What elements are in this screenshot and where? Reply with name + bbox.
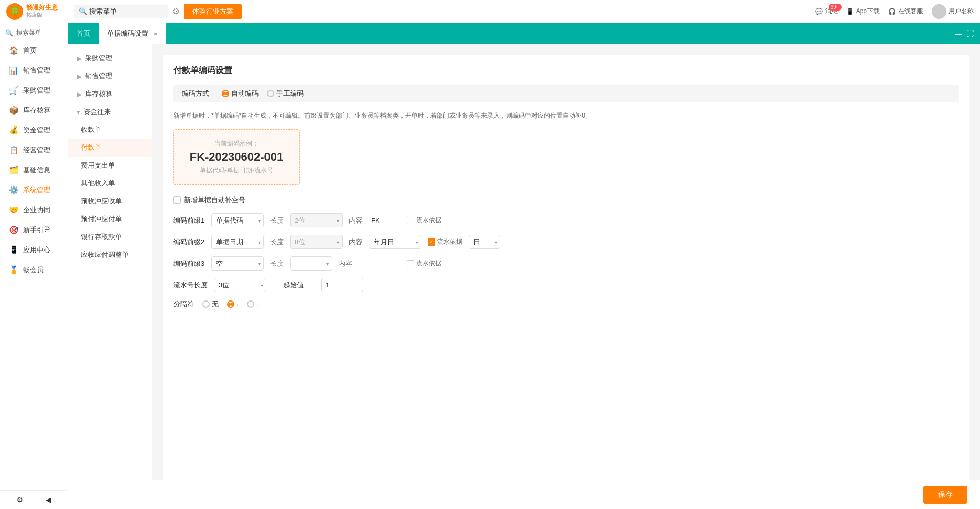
prefix2-select-wrap[interactable]: 单据日期 (211, 235, 264, 249)
sidebar-item-home[interactable]: 🏠 首页 (0, 40, 68, 60)
auto-fill-row: 新增单据自动补空号 (173, 195, 959, 205)
auto-fill-checkbox[interactable] (173, 196, 181, 204)
liushui1-checkbox[interactable] (407, 217, 414, 224)
liushui3-label: 流水依据 (416, 259, 441, 268)
tab-home[interactable]: 首页 (68, 23, 99, 44)
prefix-row-2: 编码前缀2 单据日期 长度 8位 内容 年月日 (173, 235, 959, 249)
sidebar-item-sales[interactable]: 📊 销售管理 (0, 60, 68, 80)
sidebar-item-purchase[interactable]: 🛒 采购管理 (0, 80, 68, 100)
sidebar-search-label: 搜索菜单 (16, 28, 42, 37)
submenu-item-advance-receive[interactable]: 预收冲应收单 (68, 192, 152, 210)
industry-btn[interactable]: 体验行业方案 (184, 4, 242, 19)
separator-dot2-label: · (256, 300, 259, 308)
submenu-item-other-income[interactable]: 其他收入单 (68, 174, 152, 192)
submenu-purchase[interactable]: ▶ 采购管理 (68, 49, 152, 67)
prefix3-select[interactable]: 空 (211, 256, 264, 271)
separator-none-dot (202, 300, 210, 308)
sidebar-item-operations[interactable]: 📋 经营管理 (0, 140, 68, 160)
nav-tabs: 首页 单据编码设置 ✕ — ⛶ (68, 23, 980, 44)
sidebar-item-basic[interactable]: 🗂️ 基础信息 (0, 160, 68, 180)
separator-dot2-dot (247, 300, 254, 308)
content3-input[interactable] (358, 258, 400, 269)
tab-encode-settings[interactable]: 单据编码设置 ✕ (99, 23, 166, 44)
sidebar-label-operations: 经营管理 (23, 146, 50, 155)
search-area[interactable]: 🔍 搜索菜单 (74, 5, 168, 18)
tab-close-icon[interactable]: ✕ (153, 31, 158, 37)
prefix1-select[interactable]: 单据代码 (211, 213, 264, 227)
sidebar-item-finance[interactable]: 💰 资金管理 (0, 120, 68, 140)
app-download-label: App下载 (856, 7, 880, 16)
user-area[interactable]: 用户名称 (932, 4, 974, 19)
tab-encode-label: 单据编码设置 (107, 29, 148, 38)
info-text: 新增单据时，*单据编码*自动生成，不可编辑。前缀设置为部门、业务员等档案类，开单… (173, 111, 959, 121)
sidebar-item-apps[interactable]: 📱 应用中心 (0, 240, 68, 260)
prefix-row-3: 编码前缀3 空 长度 内容 流水依据 (173, 256, 959, 271)
submenu-item-adjust[interactable]: 应收应付调整单 (68, 246, 152, 264)
separator-dot[interactable]: · (227, 300, 239, 308)
liushui3-checkbox[interactable] (407, 260, 414, 267)
bottom-bar: 保存 (68, 480, 980, 509)
sidebar-item-system[interactable]: ⚙️ 系统管理 (0, 180, 68, 200)
submenu-inventory[interactable]: ▶ 库存核算 (68, 85, 152, 103)
serial-length-select-wrap[interactable]: 3位 (214, 278, 266, 292)
period-select-wrap[interactable]: 日 (469, 235, 500, 249)
enterprise-icon: 🤝 (8, 205, 19, 215)
serial-length-select[interactable]: 3位 (214, 278, 266, 292)
sidebar-label-home: 首页 (23, 46, 37, 55)
submenu-item-expense[interactable]: 费用支出单 (68, 157, 152, 174)
separator-dot2[interactable]: · (247, 300, 259, 308)
prefix2-select[interactable]: 单据日期 (211, 235, 264, 249)
content1-input[interactable] (369, 215, 400, 226)
topbar-right: 💬 消息 99+ 📱 App下载 🎧 在线客服 用户名称 (815, 4, 974, 19)
app-download-btn[interactable]: 📱 App下载 (846, 7, 880, 16)
gear-icon[interactable]: ⚙ (172, 6, 180, 16)
liushui3-wrap: 流水依据 (407, 259, 441, 268)
prefix1-label: 编码前缀1 (173, 216, 205, 225)
online-service-btn[interactable]: 🎧 在线客服 (888, 7, 923, 16)
chevron-down-icon: ▾ (77, 108, 80, 116)
length3-select-wrap[interactable] (290, 256, 332, 271)
content2-select-wrap[interactable]: 年月日 (369, 235, 421, 249)
content2-select[interactable]: 年月日 (369, 235, 421, 249)
tab-minimize-icon[interactable]: — (955, 29, 962, 38)
prefix1-select-wrap[interactable]: 单据代码 (211, 213, 264, 227)
submenu-sales[interactable]: ▶ 销售管理 (68, 67, 152, 85)
settings-icon[interactable]: ⚙ (17, 496, 23, 504)
sidebar-item-enterprise[interactable]: 🤝 企业协同 (0, 200, 68, 220)
messages-btn[interactable]: 💬 消息 99+ (815, 7, 838, 16)
submenu-item-payment[interactable]: 付款单 (68, 139, 152, 157)
submenu-item-bank[interactable]: 银行存取款单 (68, 228, 152, 246)
radio-manual[interactable]: 手工编码 (267, 89, 304, 98)
collapse-icon[interactable]: ◀ (46, 496, 51, 504)
sidebar-search[interactable]: 🔍 搜索菜单 (0, 23, 68, 40)
radio-auto[interactable]: 自动编码 (222, 89, 259, 98)
serial-start-input[interactable] (321, 278, 363, 292)
period-select[interactable]: 日 (469, 235, 500, 249)
length2-select: 8位 (290, 235, 343, 249)
topbar-middle: 🔍 搜索菜单 ⚙ 体验行业方案 (74, 4, 811, 19)
sidebar-label-finance: 资金管理 (23, 126, 50, 135)
length3-select[interactable] (290, 256, 332, 271)
sidebar-label-enterprise: 企业协同 (23, 205, 50, 215)
separator-dot-dot (227, 300, 234, 308)
tab-maximize-icon[interactable]: ⛶ (966, 29, 974, 38)
submenu-item-advance-pay[interactable]: 预付冲应付单 (68, 210, 152, 228)
prefix3-select-wrap[interactable]: 空 (211, 256, 264, 271)
prefix-row-1: 编码前缀1 单据代码 长度 2位 内容 流水依据 (173, 213, 959, 227)
sidebar-item-member[interactable]: 🏅 畅会员 (0, 260, 68, 280)
purchase-icon: 🛒 (8, 86, 19, 95)
submenu-capital[interactable]: ▾ 资金往来 (68, 103, 152, 121)
length1-select: 2位 (290, 213, 343, 227)
operations-icon: 📋 (8, 146, 19, 155)
submenu-item-receipt[interactable]: 收款单 (68, 121, 152, 139)
separator-none[interactable]: 无 (202, 299, 219, 309)
sidebar-bottom: ⚙ ◀ (0, 490, 68, 509)
basic-icon: 🗂️ (8, 165, 19, 175)
system-icon: ⚙️ (8, 185, 19, 195)
liushui2-checkbox[interactable]: ✓ (428, 238, 435, 246)
sidebar-item-guide[interactable]: 🎯 新手引导 (0, 220, 68, 240)
sidebar-item-inventory[interactable]: 📦 库存核算 (0, 100, 68, 120)
avatar (932, 4, 946, 19)
finance-icon: 💰 (8, 126, 19, 135)
save-button[interactable]: 保存 (923, 486, 967, 504)
